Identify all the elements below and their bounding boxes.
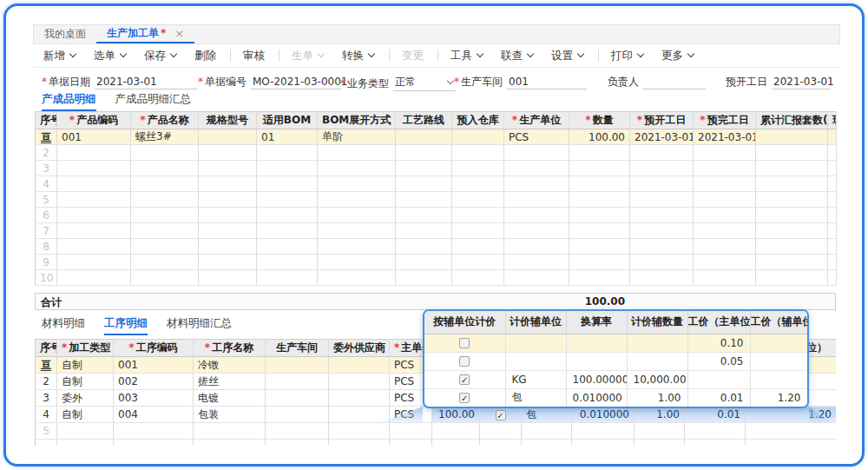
cell-process-code[interactable]: 001 (114, 357, 194, 374)
cell-bom-mode[interactable]: 单阶 (318, 129, 396, 145)
cell-aux-qty[interactable]: 1.00 (627, 388, 687, 407)
cell-rate[interactable]: 0.010000 (572, 407, 635, 423)
cell (694, 208, 756, 223)
cell-end-date[interactable]: 2021-03-01 (694, 129, 756, 145)
save-button[interactable]: 保存 (144, 49, 177, 63)
cell-unit[interactable]: PCS (390, 407, 432, 423)
cell[interactable] (452, 129, 504, 145)
cell-process-type[interactable]: 自制 (57, 407, 114, 423)
cell-price-aux[interactable]: 1.20 (746, 407, 837, 423)
cell-price-main[interactable]: 0.01 (685, 407, 746, 423)
audit-button[interactable]: 审核 (243, 49, 265, 63)
checkbox-checked[interactable]: ✓ (459, 393, 470, 403)
cell-aux-unit[interactable]: 包 (505, 388, 566, 407)
tools-button[interactable]: 工具 (450, 49, 483, 63)
doc-number-input[interactable]: MO-2021-03-0001 (251, 76, 341, 89)
settings-button[interactable]: 设置 (551, 49, 584, 63)
cell-process-type[interactable]: 自制 (57, 374, 114, 390)
cell[interactable] (329, 390, 390, 407)
cell-process-name[interactable]: 冷镦 (194, 357, 266, 374)
cell-rate[interactable] (566, 352, 627, 370)
cell-price-main[interactable]: 0.05 (687, 352, 750, 370)
tab-material-detail[interactable]: 材料明细 (42, 316, 85, 335)
cell[interactable] (329, 407, 390, 423)
checkbox-unchecked[interactable] (459, 356, 470, 367)
cell-qty[interactable]: 100.00 (569, 129, 630, 145)
checkbox-unchecked[interactable] (459, 338, 470, 348)
cell-aux-unit[interactable] (505, 352, 566, 370)
cell-start-date[interactable]: 2021-03-01 (630, 129, 694, 145)
cell[interactable] (266, 390, 329, 407)
pick-order-button[interactable]: 选单 (94, 49, 127, 63)
cell-process-name[interactable]: 包装 (194, 407, 266, 423)
checkbox-checked[interactable]: ✓ (496, 410, 506, 420)
cell-price-aux[interactable]: 1.20 (750, 388, 807, 407)
current-row-cell[interactable]: 亘 (36, 129, 57, 145)
cell-qty[interactable]: 100.00 (432, 407, 480, 423)
cell[interactable] (756, 129, 828, 145)
cell-aux-pricing[interactable]: ✓ (424, 388, 505, 407)
cell-price-aux[interactable] (750, 370, 807, 388)
convert-button[interactable]: 转换 (342, 49, 375, 63)
cell-aux-pricing[interactable] (424, 352, 505, 370)
more-button[interactable]: 更多 (661, 49, 694, 63)
delete-button[interactable]: 删除 (194, 49, 216, 63)
cell-aux-unit[interactable]: 包 (522, 407, 572, 423)
tab-product-summary[interactable]: 产成品明细汇总 (115, 92, 192, 111)
cell-price-aux[interactable] (750, 352, 807, 370)
cell[interactable] (266, 374, 329, 390)
doc-date-input[interactable]: 2021-03-01 (95, 76, 197, 89)
cell[interactable] (329, 357, 390, 374)
cell-bom[interactable]: 01 (257, 129, 318, 145)
workshop-input[interactable]: 001 (507, 76, 587, 89)
cell-aux-qty[interactable]: 10,000.00 (627, 370, 687, 388)
cell-process-code[interactable]: 002 (114, 374, 194, 390)
tab-production-order[interactable]: 生产加工单 * × (96, 25, 194, 43)
link-query-button[interactable]: 联查 (501, 49, 534, 63)
cell-price-main[interactable]: 0.10 (687, 334, 750, 352)
cell-process-type[interactable]: 自制 (57, 357, 114, 374)
cell-product-name[interactable]: 螺丝3# (131, 129, 199, 145)
planned-start-date-input[interactable]: 2021-03-01 (772, 76, 831, 89)
cell-price-main[interactable] (687, 370, 750, 388)
tab-process-detail[interactable]: 工序明细 (104, 316, 148, 335)
cell-rate[interactable] (566, 334, 627, 352)
cell-aux-unit[interactable]: KG (505, 370, 566, 388)
cell-aux-unit[interactable] (505, 334, 566, 352)
cell-aux-qty[interactable] (627, 352, 687, 370)
cell-aux-qty[interactable]: 1.00 (635, 407, 685, 423)
cell (630, 161, 694, 176)
print-button[interactable]: 打印 (611, 49, 644, 63)
cell-product-code[interactable]: 001 (57, 129, 131, 145)
close-tab-icon[interactable]: × (174, 24, 184, 43)
cell-aux-pricing[interactable] (424, 334, 505, 352)
cell-aux-pricing[interactable]: ✓ (424, 370, 505, 388)
cell-price-aux[interactable] (750, 334, 807, 352)
cell-unit[interactable]: PCS (504, 129, 569, 145)
cell[interactable] (329, 374, 390, 390)
cell-process-name[interactable]: 电镀 (194, 390, 266, 407)
cell-aux-pricing[interactable]: ✓ (480, 407, 522, 423)
tab-my-desktop[interactable]: 我的桌面 (34, 25, 96, 43)
cell-aux-qty[interactable] (627, 334, 687, 352)
cell-process-type[interactable]: 委外 (57, 390, 114, 407)
current-row-cell[interactable]: 亘 (36, 357, 57, 374)
tab-material-summary[interactable]: 材料明细汇总 (167, 316, 232, 335)
cell[interactable] (199, 129, 257, 145)
cell-process-name[interactable]: 搓丝 (194, 374, 266, 390)
tab-product-detail[interactable]: 产成品明细 (42, 92, 96, 111)
col-bom-mode: BOM展开方式 (318, 112, 396, 129)
cell[interactable] (396, 129, 452, 145)
new-button[interactable]: 新增 (43, 49, 76, 63)
cell[interactable] (266, 407, 329, 423)
person-in-charge-input[interactable] (643, 88, 706, 89)
business-type-select[interactable]: 正常 (393, 75, 456, 91)
cell-process-code[interactable]: 004 (114, 407, 194, 423)
checkbox-checked[interactable]: ✓ (459, 374, 470, 385)
cell-rate[interactable]: 0.010000 (566, 388, 627, 407)
cell[interactable] (266, 357, 329, 374)
cell-price-main[interactable]: 0.01 (687, 388, 750, 407)
cell-process-code[interactable]: 003 (114, 390, 194, 407)
cell-rate[interactable]: 100.000000 (566, 370, 627, 388)
cell[interactable] (828, 129, 837, 145)
